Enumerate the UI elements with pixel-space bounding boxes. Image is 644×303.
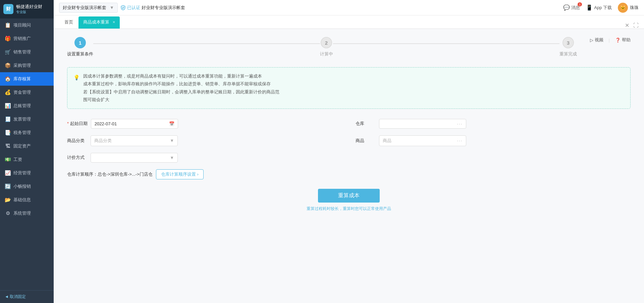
form-row-3: 计价方式 ▼ [67,153,631,163]
tab-cost-recalc[interactable]: 商品成本重算 × [78,16,120,29]
info-line-1: 因成本计算参数调整，或是对商品成本有疑问时，可以通过成本重算功能，重新计算一遍成… [83,72,279,80]
sidebar-item-project[interactable]: 📋 项目顾问 [0,18,54,32]
sidebar-item-accounting[interactable]: 📊 总账管理 [0,99,54,113]
topbar: 好业财专业版演示帐套 ▼ 已认证 好业财专业版演示帐套 💬 消息 1 📱 App… [54,0,644,15]
step-line-1 [93,43,320,44]
sidebar-item-label: 基础信息 [13,197,31,203]
account-selector[interactable]: 好业财专业版演示帐套 ▼ [59,3,118,13]
account-name: 好业财专业版演示帐套 [63,5,106,11]
step-3: 3 重算完成 [559,37,577,57]
sidebar-item-label: 资金管理 [13,89,31,95]
app-download-button[interactable]: 📱 App 下载 [586,4,612,11]
sidebar-item-marketing[interactable]: 🎁 营销推广 [0,32,54,45]
warehouse-order-settings-button[interactable]: 仓库计算顺序设置 › [156,169,204,179]
sidebar-item-salary[interactable]: 💵 工资 [0,153,54,166]
video-button[interactable]: ▷ 视频 [590,37,603,43]
sales-icon: 🛒 [5,49,11,55]
warehouse-more-icon[interactable]: ··· [457,121,463,126]
sidebar-item-system[interactable]: ⚙ 系统管理 [0,207,54,220]
expand-button[interactable]: ⛶ [633,23,639,29]
sidebar-item-inventory[interactable]: 🏠 库存核算 [0,72,54,86]
tabbar: 首页 商品成本重算 × ✕ ⛶ [54,15,644,29]
shield-icon [120,5,126,10]
info-line-2: 成本重算过程中，影响库存账的操作均不能操作，比如进货单、销货单、库存单据不能审核… [83,80,279,88]
sidebar-item-label: 销售管理 [13,49,31,55]
close-button[interactable]: ✕ [625,22,629,29]
window-controls: ✕ ⛶ [625,22,639,29]
sidebar-item-assets[interactable]: 🏗 固定资产 [0,139,54,153]
app-download-label: App 下载 [594,5,612,11]
form-row-1: 起始日期 2022-07-01 📅 仓库 ··· [67,119,631,129]
sidebar: 财 畅捷通好业财 专业版 📋 项目顾问 🎁 营销推广 🛒 销售管理 📦 采购管理… [0,0,54,303]
recalc-button[interactable]: 重算成本 [318,189,380,203]
app-name: 畅捷通好业财 [16,4,42,10]
sidebar-item-label: 经营管理 [13,170,31,176]
sidebar-item-label: 发票管理 [13,116,31,122]
sidebar-item-finance[interactable]: 💰 资金管理 [0,86,54,99]
pricing-select[interactable]: ▼ [91,153,178,163]
goods-input[interactable]: 商品 ··· [379,135,466,146]
verified-account-name: 好业财专业版演示帐套 [142,5,185,11]
avatar: 🐱 [618,3,628,13]
purchase-icon: 📦 [5,62,11,69]
sidebar-item-purchase[interactable]: 📦 采购管理 [0,59,54,72]
warehouse-order-btn-label: 仓库计算顺序设置 [161,171,196,177]
pin-label: ◄ 取消固定 [5,294,26,300]
video-label: 视频 [595,37,603,43]
category-placeholder: 商品分类 [94,138,112,144]
sidebar-item-sales[interactable]: 🛒 销售管理 [0,45,54,59]
help-button[interactable]: ❓ 帮助 [615,37,631,43]
category-label: 商品分类 [67,138,87,144]
form-row-2: 商品分类 商品分类 ▼ 商品 商品 ··· [67,135,631,146]
calendar-icon[interactable]: 📅 [169,121,174,126]
system-icon: ⚙ [5,210,11,216]
goods-more-icon[interactable]: ··· [457,138,463,143]
recalc-hint: 重算过程耗时较长，重算时您可以正常使用产品 [307,206,391,212]
category-field: 商品分类 商品分类 ▼ [67,135,342,146]
mobile-icon: 📱 [586,4,593,11]
warehouse-order-row: 仓库计算顺序：总仓->深圳仓库->...->门店仓 仓库计算顺序设置 › [67,169,631,179]
tax-icon: 📑 [5,130,11,136]
help-icon: ❓ [615,38,621,43]
content-area: 1 设置重算条件 2 计算中 3 [54,29,644,303]
sidebar-item-label: 营销推广 [13,36,31,42]
verified-label: 已认证 [127,5,140,11]
sidebar-logo: 财 畅捷通好业财 专业版 [0,0,54,18]
message-icon: 💬 [563,4,570,11]
tab-home-label: 首页 [64,19,73,25]
message-button[interactable]: 💬 消息 1 [563,4,580,11]
start-date-field: 起始日期 2022-07-01 📅 [67,119,342,129]
recalc-section: 重算成本 重算过程耗时较长，重算时您可以正常使用产品 [67,189,631,212]
category-select[interactable]: 商品分类 ▼ [91,135,178,146]
sidebar-item-label: 采购管理 [13,62,31,69]
main-area: 好业财专业版演示帐套 ▼ 已认证 好业财专业版演示帐套 💬 消息 1 📱 App… [54,0,644,303]
sidebar-item-expense[interactable]: 🔄 小畅报销 [0,180,54,193]
info-line-3: 若【系统设置】中启用了自动调整记账日期时，会调整入库单的整单记账日期，因此重新计… [83,88,279,96]
sidebar-scroll: 📋 项目顾问 🎁 营销推广 🛒 销售管理 📦 采购管理 🏠 库存核算 💰 资金管… [0,18,54,290]
category-chevron-icon: ▼ [170,138,174,143]
warehouse-input[interactable]: ··· [379,119,466,129]
sidebar-pin-toggle[interactable]: ◄ 取消固定 [0,290,54,303]
sidebar-item-basic[interactable]: 📂 基础信息 [0,193,54,207]
project-icon: 📋 [5,22,11,28]
assets-icon: 🏗 [5,143,11,149]
start-date-input[interactable]: 2022-07-01 📅 [91,119,178,129]
sidebar-item-tax[interactable]: 📑 税务管理 [0,126,54,139]
sidebar-item-label: 项目顾问 [13,22,31,28]
steps-row: 1 设置重算条件 2 计算中 3 [67,37,631,57]
finance-icon: 💰 [5,89,11,95]
tab-close-button[interactable]: × [113,19,115,25]
recalc-btn-label: 重算成本 [338,192,360,198]
tab-home[interactable]: 首页 [59,16,78,29]
account-chevron-icon: ▼ [110,5,114,10]
sidebar-item-operation[interactable]: 📈 经营管理 [0,166,54,180]
start-date-label: 起始日期 [67,121,88,127]
marketing-icon: 🎁 [5,36,11,42]
sidebar-item-invoice[interactable]: 🧾 发票管理 [0,113,54,126]
bulb-icon: 💡 [73,73,80,104]
user-menu[interactable]: 🐱 珠珠 [618,3,639,13]
sidebar-item-label: 小畅报销 [13,183,31,189]
pricing-field: 计价方式 ▼ [67,153,342,163]
step-2: 2 计算中 [320,37,333,57]
user-name: 珠珠 [630,5,639,11]
